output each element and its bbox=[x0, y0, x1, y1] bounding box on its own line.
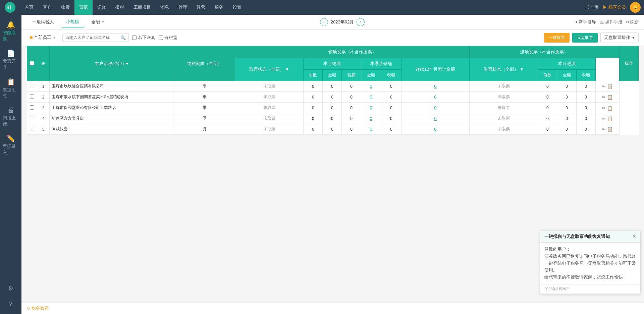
nav-operation[interactable]: 经营 bbox=[192, 0, 210, 15]
row-purchase-status-1: 未取票 bbox=[470, 81, 538, 92]
new-guide-link[interactable]: ✦ 新手引导 bbox=[575, 19, 596, 25]
row-checkbox-cell bbox=[27, 92, 37, 103]
row-checkbox-5[interactable] bbox=[30, 127, 34, 131]
row-consec-12-5: 0 bbox=[401, 124, 470, 135]
period-label: 2023年02月 bbox=[331, 19, 354, 25]
nav-ticket[interactable]: 票据 bbox=[74, 0, 93, 15]
row-quarter-tax-1: 0 bbox=[381, 81, 401, 92]
th-fetch-status-sales[interactable]: 取票状态（全部） ▼ bbox=[235, 58, 303, 81]
row-sales-tax-1: 0 bbox=[342, 81, 361, 92]
sidebar-item-smart-fetch[interactable]: 🔔 智能取票 bbox=[1, 18, 20, 45]
my-account-checkbox-label[interactable]: 名下账套 bbox=[132, 35, 155, 41]
view-icon-5[interactable]: 📋 bbox=[607, 127, 613, 132]
th-sales-quarter-amount: 金额 bbox=[361, 70, 381, 81]
nav-bookkeeping[interactable]: 记账 bbox=[93, 0, 111, 15]
search-icon[interactable]: 🔍 bbox=[120, 35, 126, 40]
th-tax-period[interactable]: 纳税期限（全部） bbox=[174, 46, 235, 81]
row-quarter-amount-4: 0 bbox=[361, 113, 381, 124]
nav-client[interactable]: 客户 bbox=[38, 0, 56, 15]
nav-message[interactable]: 消息 bbox=[156, 0, 174, 15]
row-quarter-tax-4: 0 bbox=[381, 113, 401, 124]
row-quarter-amount-3: 0 bbox=[361, 103, 381, 113]
nav-settings[interactable]: 设置 bbox=[228, 0, 246, 15]
row-sales-tax-3: 0 bbox=[342, 103, 361, 113]
row-sales-status-5: 未取票 bbox=[235, 124, 303, 135]
tax-disk-label: 有税盘 bbox=[164, 35, 177, 41]
view-icon-3[interactable]: 📋 bbox=[607, 105, 613, 111]
tax-policy-link[interactable]: ⊙ 税务政策 bbox=[27, 306, 49, 311]
nav-tax[interactable]: 报税 bbox=[111, 0, 129, 15]
row-purchase-amount-2: 0 bbox=[557, 92, 576, 103]
nav-service[interactable]: 服务 bbox=[210, 0, 228, 15]
table-row: 2 卫辉市汲水镇下圈调蓄蔬菜木种植家庭农场 季 未取票 0 0 0 0 0 0 … bbox=[27, 92, 639, 103]
edit-icon-2[interactable]: ✏ bbox=[602, 95, 606, 100]
edit-icon-4[interactable]: ✏ bbox=[602, 116, 606, 121]
nav-manage[interactable]: 管理 bbox=[174, 0, 192, 15]
row-company-3: 卫辉市保和堂医药有限公司卫辉路店 bbox=[50, 103, 174, 113]
view-icon-4[interactable]: 📋 bbox=[607, 116, 613, 121]
sidebar-item-scan-upload[interactable]: 🖨 扫描上传 bbox=[1, 104, 20, 130]
manual-link[interactable]: 📖 操作手册 bbox=[599, 19, 623, 25]
table-row: 1 卫辉市玖玖健合医药有限公司 季 未取票 0 0 0 0 0 0 未取票 0 … bbox=[27, 81, 639, 92]
my-account-checkbox[interactable] bbox=[132, 36, 137, 40]
th-sales-amount: 金额 bbox=[323, 70, 342, 81]
employee-select[interactable]: 全部员工 ▼ bbox=[27, 33, 59, 42]
user-avatar[interactable]: 😊 bbox=[630, 2, 641, 13]
one-key-fetch-btn[interactable]: 一键取票 bbox=[544, 33, 570, 43]
notification-close-btn[interactable]: ✕ bbox=[632, 234, 636, 240]
nav-business[interactable]: 工商项目 bbox=[129, 0, 156, 15]
row-sales-status-2: 未取票 bbox=[235, 92, 303, 103]
row-purchase-count-4: 0 bbox=[538, 113, 557, 124]
row-sales-amount-1: 0 bbox=[323, 81, 342, 92]
data-table: ⚙ 客户名称(全部) ▼ 纳税期限（全部） 销项发票（不含作废票） 进项发票（不… bbox=[27, 46, 639, 135]
sub-tabs: 一般纳税人 小规模 全能 ▼ ‹ 2023年02月 › ✦ 新手引导 📖 操作手… bbox=[21, 15, 644, 29]
th-settings-icon[interactable]: ⚙ bbox=[37, 46, 50, 81]
tax-disk-checkbox[interactable] bbox=[159, 36, 163, 40]
sidebar-help-btn[interactable]: ? bbox=[4, 297, 17, 311]
row-checkbox-3[interactable] bbox=[30, 105, 34, 110]
edit-icon-1[interactable]: ✏ bbox=[602, 84, 606, 89]
sidebar-item-invoice-open[interactable]: 📄 发票开具 bbox=[1, 47, 20, 73]
row-sales-amount-5: 0 bbox=[323, 124, 342, 135]
row-actions-2: ✏ 📋 bbox=[595, 92, 619, 103]
th-checkbox bbox=[27, 46, 37, 81]
view-icon-1[interactable]: 📋 bbox=[607, 84, 613, 89]
row-num-3: 3 bbox=[37, 103, 50, 113]
member-btn[interactable]: ▶ 畅享会员 bbox=[603, 4, 626, 10]
nav-fee[interactable]: 收费 bbox=[56, 0, 74, 15]
th-client-name[interactable]: 客户名称(全部) ▼ bbox=[50, 46, 174, 81]
tab-general-taxpayer[interactable]: 一般纳税人 bbox=[27, 17, 59, 27]
sidebar-item-ticket-entry[interactable]: ✏️ 票据录入 bbox=[1, 132, 20, 158]
row-checkbox-2[interactable] bbox=[30, 95, 34, 99]
row-actions-3: ✏ 📋 bbox=[595, 103, 619, 113]
search-input[interactable] bbox=[65, 35, 119, 40]
refresh-link[interactable]: ↺ 刷新 bbox=[626, 19, 639, 25]
tab-small-scale[interactable]: 小规模 bbox=[61, 17, 85, 27]
row-purchase-amount-3: 0 bbox=[557, 103, 576, 113]
row-purchase-tax-4: 0 bbox=[576, 113, 595, 124]
tax-disk-checkbox-label[interactable]: 有税盘 bbox=[159, 35, 177, 41]
sidebar-label-scan-upload: 扫描上传 bbox=[3, 115, 19, 127]
row-purchase-status-3: 未取票 bbox=[470, 103, 538, 113]
edit-icon-3[interactable]: ✏ bbox=[602, 105, 606, 111]
diskless-fetch-ops-btn[interactable]: 无盘取票操作 ▼ bbox=[600, 32, 639, 43]
sidebar-item-ticket-summary[interactable]: 📋 票据汇总 bbox=[1, 75, 20, 102]
view-icon-2[interactable]: 📋 bbox=[607, 95, 613, 100]
edit-icon-5[interactable]: ✏ bbox=[602, 127, 606, 132]
select-all-checkbox[interactable] bbox=[30, 61, 34, 65]
row-purchase-count-1: 0 bbox=[538, 81, 557, 92]
diskless-fetch-btn[interactable]: 无盘取票 bbox=[572, 33, 598, 43]
period-prev-btn[interactable]: ‹ bbox=[320, 18, 328, 26]
th-fetch-status-purchase[interactable]: 取票状态（全部） ▼ bbox=[470, 58, 538, 81]
tab-all[interactable]: 全能 ▼ bbox=[86, 17, 110, 27]
nav-home[interactable]: 首页 bbox=[20, 0, 38, 15]
row-purchase-status-2: 未取票 bbox=[470, 92, 538, 103]
sidebar: 🔔 智能取票 📄 发票开具 📋 票据汇总 🖨 扫描上传 ✏️ 票据录入 ⚙ ? bbox=[0, 15, 21, 314]
sidebar-settings-btn[interactable]: ⚙ bbox=[4, 282, 17, 295]
fullscreen-btn[interactable]: ⛶ 全屏 bbox=[585, 4, 599, 10]
bottom-bar[interactable]: ⊙ 税务政策 bbox=[21, 302, 644, 314]
row-checkbox-4[interactable] bbox=[30, 116, 34, 120]
period-next-btn[interactable]: › bbox=[357, 18, 365, 26]
row-checkbox-1[interactable] bbox=[30, 84, 34, 88]
notification-body-text: 尊敬的用户： 江苏政务网已恢复访问电子税务局功能，恳代账一键登陆电子税务局与无盘… bbox=[544, 247, 636, 279]
